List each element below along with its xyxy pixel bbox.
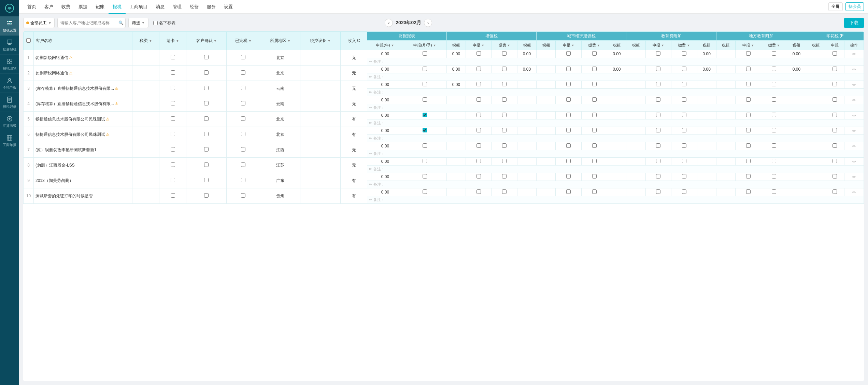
edit-remark-icon[interactable]: ✏ xyxy=(369,182,372,186)
financial-m-checkbox[interactable] xyxy=(423,51,427,56)
local-pay-checkbox[interactable] xyxy=(772,128,776,132)
filed-checkbox[interactable] xyxy=(241,132,245,136)
financial-m-checkbox[interactable] xyxy=(423,113,427,117)
edu-apply-checkbox[interactable] xyxy=(656,159,660,163)
nav-service[interactable]: 服务 xyxy=(203,0,220,14)
search-input[interactable] xyxy=(57,18,126,28)
confirm-checkbox[interactable] xyxy=(204,55,209,59)
city-pay-checkbox[interactable] xyxy=(592,51,597,56)
financial-m-checkbox[interactable] xyxy=(423,143,427,148)
edu-pay-checkbox[interactable] xyxy=(682,97,686,102)
city-apply-checkbox[interactable] xyxy=(566,189,571,194)
local-apply-checkbox[interactable] xyxy=(746,51,751,56)
stamp-apply-checkbox[interactable] xyxy=(833,51,837,56)
financial-m-checkbox[interactable] xyxy=(423,189,427,194)
edit-icon[interactable]: ✏ xyxy=(852,128,856,133)
edu-apply-checkbox[interactable] xyxy=(656,97,660,102)
vat-apply-checkbox[interactable] xyxy=(476,67,481,71)
sidebar-item-remit-clear[interactable]: 汇算清缴 xyxy=(0,112,19,131)
edit-icon[interactable]: ✏ xyxy=(852,190,856,195)
city-apply-checkbox[interactable] xyxy=(566,159,571,163)
filter-button[interactable]: 筛选 ▼ xyxy=(128,18,148,28)
confirm-checkbox[interactable] xyxy=(204,101,209,105)
city-apply-checkbox[interactable] xyxy=(566,128,571,132)
stamp-apply-checkbox[interactable] xyxy=(833,67,837,71)
vat-apply-checkbox[interactable] xyxy=(476,51,481,56)
clear-card-checkbox[interactable] xyxy=(171,116,175,121)
edu-pay-checkbox[interactable] xyxy=(682,113,686,117)
vip-button[interactable]: 畅会员 xyxy=(845,2,864,11)
filed-checkbox[interactable] xyxy=(241,162,245,167)
sidebar-item-tax-records[interactable]: 报税记录 xyxy=(0,93,19,112)
edu-pay-checkbox[interactable] xyxy=(682,159,686,163)
edu-pay-checkbox[interactable] xyxy=(682,82,686,86)
local-pay-checkbox[interactable] xyxy=(772,143,776,148)
clear-card-checkbox[interactable] xyxy=(171,86,175,90)
city-apply-checkbox[interactable] xyxy=(566,67,571,71)
edit-remark-icon[interactable]: ✏ xyxy=(369,105,372,110)
edu-pay-checkbox[interactable] xyxy=(682,189,686,194)
clear-card-checkbox[interactable] xyxy=(171,70,175,75)
edit-icon[interactable]: ✏ xyxy=(852,82,856,87)
edu-apply-checkbox[interactable] xyxy=(656,189,660,194)
vat-apply-checkbox[interactable] xyxy=(476,82,481,86)
vat-apply-checkbox[interactable] xyxy=(476,97,481,102)
vat-pay-checkbox[interactable] xyxy=(502,51,507,56)
local-pay-checkbox[interactable] xyxy=(772,97,776,102)
vat-apply-checkbox[interactable] xyxy=(476,174,481,179)
filed-checkbox[interactable] xyxy=(241,193,245,198)
edu-pay-checkbox[interactable] xyxy=(682,51,686,56)
local-apply-checkbox[interactable] xyxy=(746,82,751,86)
sidebar-item-annual-report[interactable]: 工商年报 xyxy=(0,131,19,150)
stamp-apply-checkbox[interactable] xyxy=(833,189,837,194)
employee-filter[interactable]: 全部员工 ▼ xyxy=(23,18,55,28)
local-pay-checkbox[interactable] xyxy=(772,113,776,117)
city-pay-checkbox[interactable] xyxy=(592,128,597,132)
edit-remark-icon[interactable]: ✏ xyxy=(369,59,372,63)
local-apply-checkbox[interactable] xyxy=(746,97,751,102)
edit-remark-icon[interactable]: ✏ xyxy=(369,152,372,156)
edit-remark-icon[interactable]: ✏ xyxy=(369,121,372,125)
edit-remark-icon[interactable]: ✏ xyxy=(369,198,372,202)
sidebar-item-individual-tax[interactable]: 个税申报 xyxy=(0,74,19,93)
edit-icon[interactable]: ✏ xyxy=(852,67,856,72)
vat-pay-checkbox[interactable] xyxy=(502,67,507,71)
city-pay-checkbox[interactable] xyxy=(592,82,597,86)
vat-pay-checkbox[interactable] xyxy=(502,159,507,163)
edit-icon[interactable]: ✏ xyxy=(852,174,856,180)
filed-checkbox[interactable] xyxy=(241,116,245,121)
namesheet-button[interactable]: 名下标表 xyxy=(151,18,177,28)
nav-tax[interactable]: 报税 xyxy=(109,0,126,14)
vat-pay-checkbox[interactable] xyxy=(502,189,507,194)
edu-apply-checkbox[interactable] xyxy=(656,51,660,56)
nav-industry[interactable]: 工商项目 xyxy=(126,0,152,14)
city-pay-checkbox[interactable] xyxy=(592,113,597,117)
nav-customers[interactable]: 客户 xyxy=(40,0,57,14)
nav-manage[interactable]: 管理 xyxy=(169,0,186,14)
local-apply-checkbox[interactable] xyxy=(746,113,751,117)
local-apply-checkbox[interactable] xyxy=(746,159,751,163)
filed-checkbox[interactable] xyxy=(241,147,245,152)
edu-apply-checkbox[interactable] xyxy=(656,174,660,179)
city-pay-checkbox[interactable] xyxy=(592,189,597,194)
confirm-checkbox[interactable] xyxy=(204,193,209,198)
edu-pay-checkbox[interactable] xyxy=(682,67,686,71)
clear-card-checkbox[interactable] xyxy=(171,101,175,105)
stamp-apply-checkbox[interactable] xyxy=(833,82,837,86)
edit-remark-icon[interactable]: ✏ xyxy=(369,167,372,171)
vat-apply-checkbox[interactable] xyxy=(476,159,481,163)
edu-apply-checkbox[interactable] xyxy=(656,143,660,148)
edit-icon[interactable]: ✏ xyxy=(852,144,856,149)
edit-icon[interactable]: ✏ xyxy=(852,98,856,103)
city-apply-checkbox[interactable] xyxy=(566,51,571,56)
clear-card-checkbox[interactable] xyxy=(171,193,175,198)
search-icon[interactable]: 🔍 xyxy=(118,20,124,25)
vat-pay-checkbox[interactable] xyxy=(502,97,507,102)
financial-m-checkbox[interactable] xyxy=(423,67,427,71)
city-apply-checkbox[interactable] xyxy=(566,97,571,102)
vat-apply-checkbox[interactable] xyxy=(476,143,481,148)
next-month-button[interactable]: › xyxy=(424,19,432,27)
local-pay-checkbox[interactable] xyxy=(772,174,776,179)
select-all-checkbox[interactable] xyxy=(26,38,31,43)
clear-card-checkbox[interactable] xyxy=(171,147,175,152)
